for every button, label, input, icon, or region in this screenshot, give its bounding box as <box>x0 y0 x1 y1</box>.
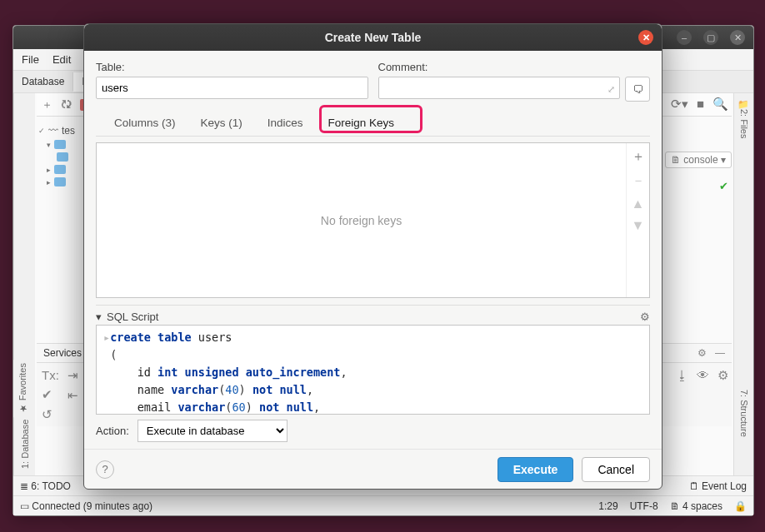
comment-edit-button[interactable]: 🗨 <box>625 77 650 102</box>
folder-icon: 📁 <box>738 98 749 109</box>
add-fk-icon[interactable]: ＋ <box>632 148 645 166</box>
expand-icon[interactable]: ⤢ <box>608 84 615 95</box>
tab-database-1[interactable]: Database <box>13 72 73 91</box>
rollback-icon[interactable]: ↺ <box>42 407 59 422</box>
action-label: Action: <box>96 425 129 437</box>
move-down-icon[interactable]: ▼ <box>632 218 645 233</box>
sidebar-database-tab[interactable]: 1: Database <box>20 420 30 469</box>
chevron-down-icon[interactable]: ▾ <box>96 311 102 323</box>
dialog-content: Table: Comment: ⤢ 🗨 Columns (3) <box>84 51 662 449</box>
folder-icon <box>54 177 66 186</box>
tab-keys[interactable]: Keys (1) <box>198 113 246 136</box>
sql-script-label: SQL Script <box>107 311 158 323</box>
maximize-icon[interactable]: ▢ <box>703 30 718 45</box>
folder-icon <box>54 165 66 174</box>
tree-label: tes <box>62 125 75 137</box>
minimize-panel-icon[interactable]: — <box>715 347 725 359</box>
stop-square-icon[interactable]: ■ <box>697 97 704 112</box>
dialog-title: Create New Table <box>325 31 422 44</box>
gear-icon[interactable]: ⚙ <box>640 311 650 323</box>
empty-message: No foreign keys <box>97 143 626 297</box>
move-up-icon[interactable]: ▲ <box>632 196 645 211</box>
action-select[interactable]: Execute in database <box>138 420 288 442</box>
create-table-dialog: Create New Table ✕ Table: Comment: ⤢ 🗨 <box>83 23 662 490</box>
search-icon[interactable]: 🔍 <box>712 97 728 112</box>
tab-indices[interactable]: Indices <box>264 113 307 136</box>
tab-foreign-keys[interactable]: Foreign Keys <box>325 113 398 136</box>
status-linecol: 1:29 <box>598 500 618 512</box>
dialog-footer: ? Execute Cancel <box>84 449 662 489</box>
console-toolbar: 🗎 console ▾ <box>665 152 732 168</box>
close-icon[interactable]: ✕ <box>730 30 745 45</box>
dialog-tabs: Columns (3) Keys (1) Indices Foreign Key… <box>96 108 650 137</box>
sidebar-structure-label: 7: Structure <box>739 390 749 437</box>
minimize-icon[interactable]: – <box>677 30 692 45</box>
download-icon[interactable]: ⭳ <box>676 368 688 383</box>
editor-right-tools: ⭳ 👁 ⚙ <box>676 368 728 383</box>
cancel-button[interactable]: Cancel <box>582 457 650 482</box>
refresh-icon[interactable]: 🗘 <box>61 98 72 111</box>
status-indent[interactable]: 🗎 4 spaces <box>670 500 722 512</box>
table-name-input[interactable] <box>96 77 368 99</box>
remove-fk-icon[interactable]: － <box>632 172 645 190</box>
tx-label: Tx: <box>42 368 59 382</box>
ide-top-right-icons: ⟳▾ ■ 🔍 <box>668 93 732 115</box>
dialog-close-button[interactable]: ✕ <box>638 30 653 45</box>
tab-columns[interactable]: Columns (3) <box>111 113 179 136</box>
ide-statusbar: ▭ Connected (9 minutes ago) 1:29 UTF-8 🗎… <box>13 495 753 515</box>
folder-icon <box>57 152 68 162</box>
sidebar-left: 1: Database <box>13 93 35 475</box>
status-ok-icon: ✔ <box>719 180 728 192</box>
sql-section: ▾ SQL Script ⚙ ▸create table users ( id … <box>96 305 650 442</box>
folder-icon <box>54 140 66 149</box>
commit-icon[interactable]: ✔ <box>42 387 59 402</box>
eye-icon[interactable]: 👁 <box>697 368 709 383</box>
gear-icon[interactable]: ⚙ <box>718 368 728 383</box>
speech-bubble-icon: 🗨 <box>632 83 643 96</box>
outdent-icon[interactable]: ⇤ <box>68 388 78 403</box>
stage-vtoolbar: ＋ － ▲ ▼ <box>626 143 649 297</box>
help-button[interactable]: ? <box>96 460 114 479</box>
lock-icon[interactable]: 🔒 <box>734 500 747 512</box>
indent-icon[interactable]: ⇥ <box>68 368 78 383</box>
sidebar-favorites-tab[interactable]: ★ Favorites <box>13 360 31 417</box>
sidebar-files-label: 2: Files <box>739 109 749 138</box>
menu-file[interactable]: File <box>22 53 39 66</box>
table-label: Table: <box>96 61 368 73</box>
event-log-button[interactable]: 🗒 Event Log <box>689 480 747 492</box>
status-connected: Connected (9 minutes ago) <box>32 500 152 512</box>
dialog-titlebar: Create New Table ✕ <box>84 24 662 51</box>
comment-input[interactable] <box>378 77 621 99</box>
menu-edit[interactable]: Edit <box>52 53 71 66</box>
sidebar-structure-tab[interactable]: 7: Structure <box>733 385 753 442</box>
sync-icon[interactable]: ⟳▾ <box>671 97 688 112</box>
sidebar-favorites-label: Favorites <box>18 363 28 400</box>
gear-icon[interactable]: ⚙ <box>698 347 707 359</box>
status-encoding[interactable]: UTF-8 <box>630 500 658 512</box>
add-icon[interactable]: ＋ <box>42 97 52 112</box>
bottom-todo-tab[interactable]: ≣ 6: TODO <box>20 480 71 492</box>
foreign-keys-stage: No foreign keys ＋ － ▲ ▼ <box>96 142 650 298</box>
execute-button[interactable]: Execute <box>498 457 574 482</box>
services-label[interactable]: Services <box>43 347 82 359</box>
console-button[interactable]: 🗎 console ▾ <box>665 152 732 168</box>
sql-editor[interactable]: ▸create table users ( id int unsigned au… <box>96 325 650 415</box>
comment-label: Comment: <box>378 61 651 73</box>
